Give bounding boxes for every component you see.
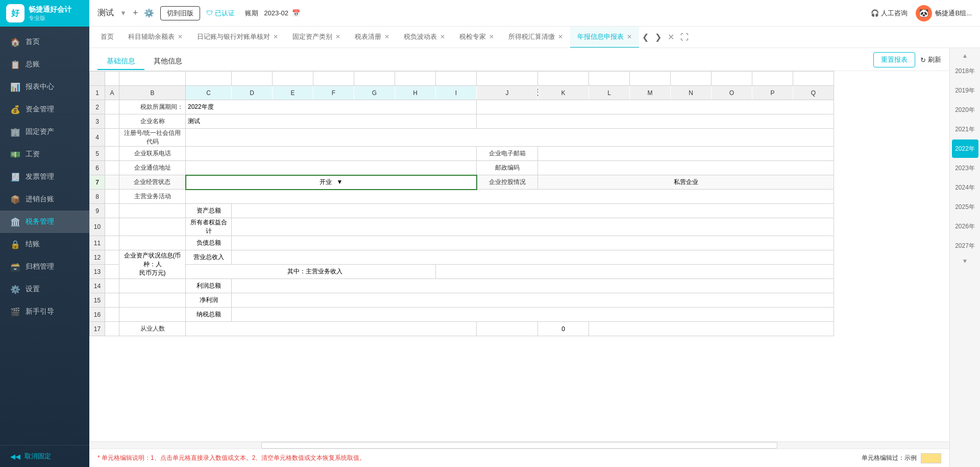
refresh-btn[interactable]: ↻ 刷新: [920, 55, 941, 64]
cell-8-A[interactable]: [105, 190, 119, 204]
cell-7-K[interactable]: 私营企业: [538, 175, 834, 190]
tab-fixed-assets-close[interactable]: ✕: [335, 33, 340, 40]
cell-10-C[interactable]: 所有者权益合计: [186, 218, 232, 236]
cell-3-B[interactable]: 企业名称: [119, 114, 186, 129]
tab-close-all-btn[interactable]: ✕: [665, 32, 677, 42]
tab-expand-btn[interactable]: ⛶: [677, 33, 692, 42]
cell-7-C-dropdown[interactable]: 开业 ▼: [186, 175, 477, 190]
cancel-fixed-btn[interactable]: ◀◀ 取消固定: [0, 445, 89, 467]
col-N-header[interactable]: N: [671, 85, 712, 100]
cell-5-K[interactable]: [538, 147, 834, 161]
year-2025[interactable]: 2025年: [952, 198, 978, 216]
cell-15-B[interactable]: [119, 293, 186, 308]
tab-income-tax-close[interactable]: ✕: [558, 33, 563, 40]
cell-8-B[interactable]: 主营业务活动: [119, 190, 186, 204]
cell-17-B[interactable]: 从业人数: [119, 322, 186, 336]
tab-tax-return[interactable]: 税表清册 ✕: [348, 27, 397, 48]
cell-13-C[interactable]: 其中：主营业务收入: [186, 265, 436, 279]
cell-13-A[interactable]: [105, 265, 119, 279]
sidebar-item-wages[interactable]: 💵 工资: [0, 143, 89, 166]
cell-11-C[interactable]: 负债总额: [186, 236, 232, 250]
cell-4-B[interactable]: 注册号/统一社会信用代码: [119, 129, 186, 147]
cell-8-C[interactable]: [186, 190, 834, 204]
col-G-header[interactable]: G: [354, 85, 395, 100]
tab-home[interactable]: 首页: [93, 27, 121, 48]
tab-journal-bank[interactable]: 日记账与银行对账单核对 ✕: [190, 27, 285, 48]
tab-prev-btn[interactable]: ❮: [639, 32, 652, 42]
cell-14-C[interactable]: 利润总额: [186, 279, 232, 293]
reset-report-btn[interactable]: 重置报表: [873, 52, 915, 67]
cell-2-C[interactable]: 2022年度: [186, 100, 477, 114]
sidebar-item-reports[interactable]: 📊 报表中心: [0, 76, 89, 98]
tab-fixed-assets[interactable]: 固定资产类别 ✕: [285, 27, 348, 48]
col-K-header[interactable]: K: [538, 85, 589, 100]
cell-17-rest[interactable]: [589, 322, 834, 336]
sidebar-item-home[interactable]: 🏠 首页: [0, 31, 89, 53]
cell-7-A[interactable]: [105, 175, 119, 190]
service-btn[interactable]: 🎧 人工咨询: [871, 9, 908, 18]
sidebar-item-assets[interactable]: 🏢 固定资产: [0, 121, 89, 143]
col-F-header[interactable]: F: [313, 85, 354, 100]
cell-16-rest[interactable]: [232, 308, 834, 322]
topbar-plus-btn[interactable]: +: [133, 8, 138, 18]
cell-15-C[interactable]: 净利润: [186, 293, 232, 308]
cell-14-B[interactable]: [119, 279, 186, 293]
cell-10-B[interactable]: [119, 218, 186, 236]
cell-9-B[interactable]: [119, 204, 186, 218]
tab-tax-return-close[interactable]: ✕: [384, 33, 389, 40]
col-E-header[interactable]: E: [273, 85, 313, 100]
cell-5-C[interactable]: [186, 147, 477, 161]
cell-17-C[interactable]: [186, 322, 477, 336]
cell-15-A[interactable]: [105, 293, 119, 308]
user-menu[interactable]: 🐼 畅捷通B组...: [916, 5, 972, 21]
col-H-header[interactable]: H: [395, 85, 436, 100]
cell-5-A[interactable]: [105, 147, 119, 161]
cell-4-C[interactable]: [186, 129, 834, 147]
sidebar-item-ledger[interactable]: 📋 总账: [0, 53, 89, 76]
cell-7-J[interactable]: 企业控股情况: [477, 175, 538, 190]
cell-9-C[interactable]: 资产总额: [186, 204, 232, 218]
year-2024[interactable]: 2024年: [952, 178, 978, 197]
col-B-header[interactable]: B: [119, 85, 186, 100]
subtab-other[interactable]: 其他信息: [144, 54, 191, 70]
year-2020[interactable]: 2020年: [952, 101, 978, 119]
year-up-btn[interactable]: ▲: [960, 50, 970, 61]
cell-16-B[interactable]: [119, 308, 186, 322]
col-L-header[interactable]: L: [589, 85, 630, 100]
sidebar-item-archive[interactable]: 🗃️ 归档管理: [0, 255, 89, 278]
col-J-header[interactable]: J: [477, 85, 538, 100]
tab-aux-balance[interactable]: 科目辅助余额表 ✕: [121, 27, 190, 48]
year-2021[interactable]: 2021年: [952, 120, 978, 138]
tab-income-tax[interactable]: 所得税汇算清缴 ✕: [501, 27, 570, 48]
cell-11-A[interactable]: [105, 236, 119, 250]
cell-2-A[interactable]: [105, 100, 119, 114]
tab-annual-report[interactable]: 年报信息申报表 ✕: [570, 27, 639, 48]
cell-12-B-rowspan[interactable]: 企业资产状况信息(币种：人民币万元): [119, 250, 186, 279]
col-A-header[interactable]: A: [105, 85, 119, 100]
cell-9-rest[interactable]: [232, 204, 834, 218]
cell-17-A[interactable]: [105, 322, 119, 336]
cell-16-C[interactable]: 纳税总额: [186, 308, 232, 322]
cell-4-A[interactable]: [105, 129, 119, 147]
sidebar-item-close[interactable]: 🔒 结账: [0, 233, 89, 255]
topbar-gear-btn[interactable]: ⚙️: [144, 8, 154, 18]
cell-10-A[interactable]: [105, 218, 119, 236]
cell-9-A[interactable]: [105, 204, 119, 218]
cell-3-A[interactable]: [105, 114, 119, 129]
sidebar-item-settings[interactable]: ⚙️ 设置: [0, 278, 89, 300]
year-2018[interactable]: 2018年: [952, 62, 978, 80]
cell-2-rest[interactable]: [477, 100, 834, 114]
cell-14-rest[interactable]: [232, 279, 834, 293]
col-D-header[interactable]: D: [232, 85, 273, 100]
topbar-dropdown-arrow[interactable]: ▼: [120, 9, 127, 17]
cell-3-rest[interactable]: [477, 114, 834, 129]
cell-6-A[interactable]: [105, 161, 119, 175]
cell-5-B[interactable]: 企业联系电话: [119, 147, 186, 161]
col-I-header[interactable]: I: [436, 85, 477, 100]
tab-next-btn[interactable]: ❯: [652, 32, 665, 42]
switch-version-btn[interactable]: 切到旧版: [160, 6, 200, 20]
year-2027[interactable]: 2027年: [952, 237, 978, 255]
year-down-btn[interactable]: ▼: [960, 255, 970, 267]
cell-6-J[interactable]: 邮政编码: [477, 161, 538, 175]
subtab-basic[interactable]: 基础信息: [97, 54, 144, 70]
